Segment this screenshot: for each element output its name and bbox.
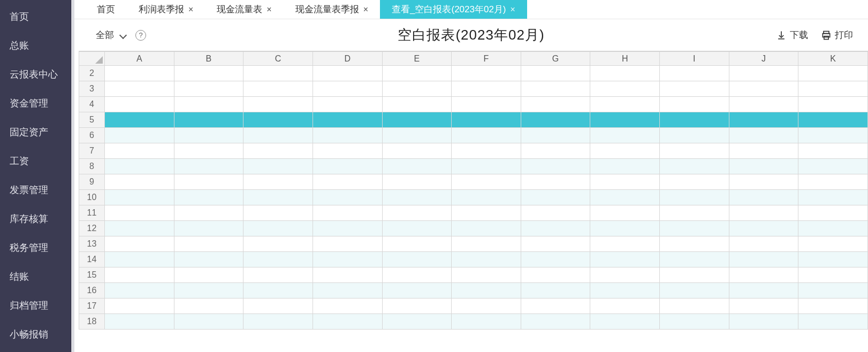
cell-D16[interactable] — [313, 283, 382, 299]
cell-B5[interactable] — [174, 112, 243, 128]
cell-F5[interactable] — [452, 112, 521, 128]
cell-K12[interactable] — [798, 221, 868, 236]
cell-H4[interactable] — [590, 97, 660, 112]
row-header-11[interactable]: 11 — [79, 205, 105, 221]
cell-A17[interactable] — [105, 299, 174, 314]
cell-K16[interactable] — [798, 283, 868, 299]
cell-D8[interactable] — [313, 159, 382, 174]
cell-B4[interactable] — [174, 97, 243, 112]
cell-J17[interactable] — [729, 299, 798, 314]
cell-B7[interactable] — [174, 143, 243, 159]
cell-I10[interactable] — [660, 190, 729, 205]
cell-A5[interactable] — [105, 112, 174, 128]
sidebar-item-11[interactable]: 小畅报销 — [0, 320, 71, 349]
cell-D15[interactable] — [313, 267, 382, 283]
help-icon[interactable]: ? — [135, 30, 146, 41]
cell-B13[interactable] — [174, 236, 243, 252]
cell-D13[interactable] — [313, 236, 382, 252]
column-header-F[interactable]: F — [452, 52, 521, 66]
cell-E8[interactable] — [382, 159, 452, 174]
cell-F18[interactable] — [452, 314, 521, 330]
cell-G2[interactable] — [521, 66, 590, 81]
cell-K9[interactable] — [798, 174, 868, 190]
close-icon[interactable]: × — [267, 5, 271, 14]
row-header-5[interactable]: 5 — [79, 112, 105, 128]
cell-G5[interactable] — [521, 112, 590, 128]
cell-E13[interactable] — [382, 236, 452, 252]
cell-I17[interactable] — [660, 299, 729, 314]
cell-G16[interactable] — [521, 283, 590, 299]
cell-C8[interactable] — [243, 159, 313, 174]
column-header-G[interactable]: G — [521, 52, 590, 66]
cell-I14[interactable] — [660, 252, 729, 267]
cell-I15[interactable] — [660, 267, 729, 283]
cell-J4[interactable] — [729, 97, 798, 112]
cell-H8[interactable] — [590, 159, 660, 174]
sidebar-item-6[interactable]: 发票管理 — [0, 175, 71, 204]
cell-D7[interactable] — [313, 143, 382, 159]
cell-K5[interactable] — [798, 112, 868, 128]
cell-F4[interactable] — [452, 97, 521, 112]
column-header-E[interactable]: E — [382, 52, 452, 66]
cell-K4[interactable] — [798, 97, 868, 112]
cell-G11[interactable] — [521, 205, 590, 221]
cell-E3[interactable] — [382, 81, 452, 97]
column-header-I[interactable]: I — [660, 52, 729, 66]
cell-K7[interactable] — [798, 143, 868, 159]
cell-G13[interactable] — [521, 236, 590, 252]
cell-E11[interactable] — [382, 205, 452, 221]
cell-D10[interactable] — [313, 190, 382, 205]
cell-D17[interactable] — [313, 299, 382, 314]
cell-H18[interactable] — [590, 314, 660, 330]
cell-D3[interactable] — [313, 81, 382, 97]
cell-J5[interactable] — [729, 112, 798, 128]
cell-F11[interactable] — [452, 205, 521, 221]
cell-H14[interactable] — [590, 252, 660, 267]
cell-F10[interactable] — [452, 190, 521, 205]
cell-G4[interactable] — [521, 97, 590, 112]
cell-B6[interactable] — [174, 128, 243, 143]
sidebar-item-5[interactable]: 工资 — [0, 147, 71, 175]
cell-F7[interactable] — [452, 143, 521, 159]
cell-A13[interactable] — [105, 236, 174, 252]
cell-D4[interactable] — [313, 97, 382, 112]
cell-K13[interactable] — [798, 236, 868, 252]
sidebar-item-4[interactable]: 固定资产 — [0, 118, 71, 147]
row-header-6[interactable]: 6 — [79, 128, 105, 143]
cell-D11[interactable] — [313, 205, 382, 221]
cell-E7[interactable] — [382, 143, 452, 159]
cell-B11[interactable] — [174, 205, 243, 221]
cell-H10[interactable] — [590, 190, 660, 205]
select-all-corner[interactable] — [79, 52, 105, 66]
cell-I5[interactable] — [660, 112, 729, 128]
cell-A9[interactable] — [105, 174, 174, 190]
column-header-C[interactable]: C — [243, 52, 313, 66]
cell-B12[interactable] — [174, 221, 243, 236]
cell-E12[interactable] — [382, 221, 452, 236]
cell-C3[interactable] — [243, 81, 313, 97]
cell-B9[interactable] — [174, 174, 243, 190]
row-header-15[interactable]: 15 — [79, 267, 105, 283]
cell-C7[interactable] — [243, 143, 313, 159]
cell-K17[interactable] — [798, 299, 868, 314]
cell-A7[interactable] — [105, 143, 174, 159]
cell-E15[interactable] — [382, 267, 452, 283]
cell-E9[interactable] — [382, 174, 452, 190]
cell-K8[interactable] — [798, 159, 868, 174]
cell-A14[interactable] — [105, 252, 174, 267]
sidebar-item-9[interactable]: 结账 — [0, 262, 71, 291]
cell-H3[interactable] — [590, 81, 660, 97]
row-header-2[interactable]: 2 — [79, 66, 105, 81]
close-icon[interactable]: × — [511, 5, 515, 14]
tab-4[interactable]: 查看_空白报表(2023年02月)× — [380, 0, 527, 19]
cell-D18[interactable] — [313, 314, 382, 330]
row-header-12[interactable]: 12 — [79, 221, 105, 236]
row-header-13[interactable]: 13 — [79, 236, 105, 252]
column-header-H[interactable]: H — [590, 52, 660, 66]
cell-J7[interactable] — [729, 143, 798, 159]
cell-J12[interactable] — [729, 221, 798, 236]
column-header-B[interactable]: B — [174, 52, 243, 66]
cell-J3[interactable] — [729, 81, 798, 97]
cell-D14[interactable] — [313, 252, 382, 267]
row-header-9[interactable]: 9 — [79, 174, 105, 190]
